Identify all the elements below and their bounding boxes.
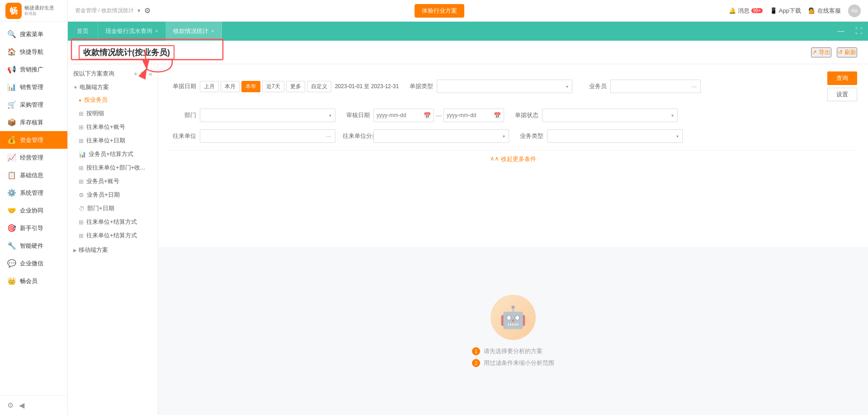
scheme-group-mobile-label: 移动端方案 xyxy=(79,246,108,254)
biz-type-select[interactable]: ▾ xyxy=(547,129,683,143)
app-download-label: App下载 xyxy=(779,7,801,15)
refresh-button[interactable]: ↺ 刷新 xyxy=(837,47,857,57)
sidebar-item-quick-nav[interactable]: 🏠 快捷导航 xyxy=(0,43,67,61)
tab-home[interactable]: 首页 xyxy=(68,22,98,41)
scheme-item-unit-account[interactable]: ⊞ 往来单位+账号 xyxy=(68,120,158,134)
sidebar-item-marketing[interactable]: 📢 营销推广 xyxy=(0,61,67,78)
export-button[interactable]: ↗ 导出 xyxy=(811,47,831,57)
tab-maximize-btn[interactable]: ⛶ xyxy=(850,27,868,35)
sidebar-item-enterprise[interactable]: 🤝 企业协同 xyxy=(0,202,67,219)
tab-bank-flow[interactable]: 现金银行流水查询 × xyxy=(98,22,166,41)
staff-more-icon[interactable]: ··· xyxy=(691,83,697,90)
dept-select[interactable]: ▾ xyxy=(200,108,335,122)
date-btn-last-month[interactable]: 上月 xyxy=(200,81,219,92)
export-icon: ↗ xyxy=(812,49,817,56)
filter-dept-item: 部门 ▾ xyxy=(169,108,335,122)
empty-step-2: 2 用过滤条件来缩小分析范围 xyxy=(472,359,554,367)
sidebar-label-inventory: 库存核算 xyxy=(20,118,43,127)
scheme-group-mobile-title[interactable]: ▶ 移动端方案 xyxy=(68,244,158,256)
partner-select[interactable]: ··· xyxy=(200,129,335,143)
sidebar-item-operations[interactable]: 📈 经营管理 xyxy=(0,149,67,166)
tab-bank-flow-close[interactable]: × xyxy=(155,28,158,34)
notifications[interactable]: 🔔 消息 99+ xyxy=(729,7,763,15)
collapse-bar[interactable]: ∧∧ 收起更多条件 xyxy=(169,150,857,168)
unit-account-icon: ⊞ xyxy=(79,124,84,131)
review-date-end-input[interactable] xyxy=(447,112,492,118)
date-btn-this-month[interactable]: 本月 xyxy=(221,81,240,92)
sidebar-item-wechat[interactable]: 💬 企业微信 xyxy=(0,255,67,272)
calendar-end-icon[interactable]: 📅 xyxy=(494,112,501,119)
scheme-group-desktop-label: 电脑端方案 xyxy=(80,83,109,91)
sidebar-item-basic[interactable]: 📋 基础信息 xyxy=(0,166,67,184)
partner-more-icon[interactable]: ··· xyxy=(326,132,331,140)
date-btn-group: 上月 本月 本年 近7天 更多 自定义 xyxy=(200,81,331,92)
biz-type-label: 业务类型 xyxy=(516,132,543,140)
staff-settle-icon: 📊 xyxy=(79,151,86,158)
scheme-settings-btn[interactable]: ⚙ xyxy=(140,70,146,77)
scheme-item-unit-account-label: 往来单位+账号 xyxy=(86,123,125,131)
scheme-item-staff-date[interactable]: ⚙ 业务员+日期 xyxy=(68,188,158,202)
bank-flow-tab-label: 现金银行流水查询 xyxy=(105,27,152,35)
sidebar-item-sales[interactable]: 📊 销售管理 xyxy=(0,78,67,96)
query-button[interactable]: 查询 xyxy=(827,71,857,85)
sidebar-item-smart[interactable]: 🔧 智能硬件 xyxy=(0,237,67,255)
collapse-label: 收起更多条件 xyxy=(501,155,536,163)
date-btn-custom[interactable]: 自定义 xyxy=(307,81,331,92)
sidebar-item-finance[interactable]: 💰 资金管理 xyxy=(0,131,67,149)
calendar-start-icon[interactable]: 📅 xyxy=(424,112,431,119)
scheme-item-unit-settle2[interactable]: ⊞ 往来单位+结算方式 xyxy=(68,229,158,242)
dept-date-icon: ⏱ xyxy=(79,205,85,212)
doc-status-select[interactable]: ▾ xyxy=(542,108,678,122)
scheme-add-btn[interactable]: + xyxy=(134,70,137,77)
export-label: 导出 xyxy=(819,48,830,57)
review-date-range: 📅 — 📅 xyxy=(373,108,504,122)
avatar[interactable]: Rit xyxy=(848,5,861,17)
scheme-item-unit-date[interactable]: ⊞ 往来单位+日期 xyxy=(68,134,158,147)
system-icon: ⚙️ xyxy=(7,189,16,197)
app-download[interactable]: 📱 App下载 xyxy=(770,7,801,15)
scheme-item-dept-date[interactable]: ⏱ 部门+日期 xyxy=(68,202,158,215)
refresh-label: 刷新 xyxy=(844,48,856,57)
date-btn-more[interactable]: 更多 xyxy=(286,81,305,92)
tab-collection-stats-close[interactable]: × xyxy=(211,28,214,34)
breadcrumb-dropdown-icon[interactable]: ▾ xyxy=(137,7,141,14)
scheme-item-staff-settle[interactable]: 📊 业务员+结算方式 xyxy=(68,147,158,161)
unit-date-icon: ⊞ xyxy=(79,137,84,144)
filter-settings-button[interactable]: 设置 xyxy=(827,88,857,101)
scheme-collapse-btn[interactable]: « xyxy=(149,70,152,77)
sidebar-settings-btn[interactable]: ⚙ xyxy=(7,401,14,410)
sidebar-item-guide[interactable]: 🎯 新手引导 xyxy=(0,219,67,237)
scheme-item-staff-account[interactable]: ⊞ 业务员+账号 xyxy=(68,174,158,188)
sidebar-collapse-btn[interactable]: ◀ xyxy=(19,401,24,410)
doc-status-label: 单据状态 xyxy=(511,111,538,119)
partner-category-select[interactable]: ▾ xyxy=(373,129,509,143)
date-btn-this-year[interactable]: 本年 xyxy=(241,81,260,92)
basic-icon: 📋 xyxy=(7,171,16,179)
sidebar-item-purchase[interactable]: 🛒 采购管理 xyxy=(0,96,67,113)
partner-category-label: 往来单位分类 xyxy=(343,132,370,140)
date-btn-7days[interactable]: 近7天 xyxy=(262,81,284,92)
staff-select[interactable]: ··· xyxy=(610,80,701,93)
scheme-item-by-detail[interactable]: ⊞ 按明细 xyxy=(68,107,158,120)
scheme-item-unit-dept-collect[interactable]: ⊞ 按往来单位+部门+收... xyxy=(68,161,158,174)
scheme-item-dept-date-label: 部门+日期 xyxy=(87,204,114,212)
scheme-item-by-staff[interactable]: ● 按业务员 xyxy=(68,93,158,107)
review-date-start-input[interactable] xyxy=(377,112,422,118)
tab-collection-stats[interactable]: 收款情况统计 × xyxy=(166,22,222,41)
tab-minimize-btn[interactable]: — xyxy=(832,27,850,35)
sidebar-item-inventory[interactable]: 📦 库存核算 xyxy=(0,113,67,131)
staff-date-icon: ⚙ xyxy=(79,192,84,198)
scheme-item-unit-settle1[interactable]: ⊞ 往来单位+结算方式 xyxy=(68,215,158,229)
sidebar-label-wechat: 企业微信 xyxy=(20,259,43,268)
logo-icon: 畅 xyxy=(5,3,22,19)
filter-biz-type-item: 业务类型 ▾ xyxy=(516,129,683,143)
scheme-group-desktop-title[interactable]: ▼ 电脑端方案 xyxy=(68,81,158,93)
page-title-bar: 收款情况统计(按业务员) ↗ 导出 ↺ 刷新 xyxy=(68,41,868,64)
customer-service[interactable]: 💁 在线客服 xyxy=(808,7,841,15)
sidebar-item-search[interactable]: 🔍 搜索菜单 xyxy=(0,25,67,43)
doc-type-select[interactable]: ▾ xyxy=(437,80,572,93)
header-settings-icon[interactable]: ⚙ xyxy=(144,6,151,15)
sidebar-item-vip[interactable]: 👑 畅会员 xyxy=(0,272,67,290)
trial-button[interactable]: 体验行业方案 xyxy=(415,4,464,18)
sidebar-item-system[interactable]: ⚙️ 系统管理 xyxy=(0,184,67,202)
